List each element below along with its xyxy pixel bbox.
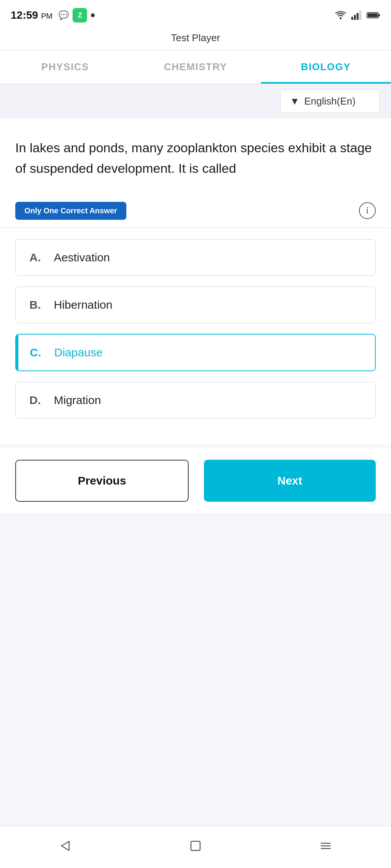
info-icon[interactable]: i xyxy=(359,202,376,219)
back-button[interactable] xyxy=(55,836,76,856)
menu-button[interactable] xyxy=(315,836,336,856)
option-c[interactable]: C. Diapause xyxy=(15,334,376,371)
svg-rect-2 xyxy=(354,15,356,20)
language-dropdown[interactable]: ▼ English(En) xyxy=(280,90,380,113)
app-title: Test Player xyxy=(171,32,220,43)
svg-rect-9 xyxy=(191,841,200,850)
home-button[interactable] xyxy=(185,836,206,856)
option-a[interactable]: A. Aestivation xyxy=(15,239,376,276)
question-area: In lakes and ponds, many zooplankton spe… xyxy=(0,118,391,190)
svg-rect-1 xyxy=(351,17,353,20)
tab-physics[interactable]: PHYSICS xyxy=(0,50,130,84)
home-square-icon xyxy=(189,839,202,853)
wifi-icon xyxy=(334,11,347,20)
option-c-label: C. xyxy=(30,346,45,359)
menu-lines-icon xyxy=(319,839,333,853)
option-d-label: D. xyxy=(29,394,45,407)
status-left: 12:59 PM 💬 Z xyxy=(11,8,95,23)
chevron-down-icon: ▼ xyxy=(290,95,300,107)
option-c-text: Diapause xyxy=(54,346,103,359)
title-bar: Test Player xyxy=(0,27,391,50)
option-a-text: Aestivation xyxy=(54,251,110,264)
whatsapp-icon: 💬 xyxy=(58,10,69,20)
svg-marker-8 xyxy=(61,841,69,850)
option-b-text: Hibernation xyxy=(54,298,112,311)
status-bar: 12:59 PM 💬 Z xyxy=(0,0,391,27)
back-triangle-icon xyxy=(58,839,72,853)
signal-icon xyxy=(351,11,362,20)
tab-biology[interactable]: BIOLOGY xyxy=(261,50,391,84)
svg-rect-7 xyxy=(368,13,378,17)
language-bar: ▼ English(En) xyxy=(0,84,391,118)
next-button[interactable]: Next xyxy=(204,460,376,502)
bottom-nav-bar xyxy=(0,826,391,868)
notification-dot xyxy=(91,13,95,17)
option-d-text: Migration xyxy=(54,394,101,407)
tab-chemistry[interactable]: CHEMISTRY xyxy=(130,50,260,84)
option-b-label: B. xyxy=(29,298,45,311)
previous-button[interactable]: Previous xyxy=(15,460,189,502)
options-container: A. Aestivation B. Hibernation C. Diapaus… xyxy=(0,228,391,444)
svg-rect-3 xyxy=(357,13,359,20)
answer-type-badge: Only One Correct Answer xyxy=(15,202,126,220)
status-icons: 💬 Z xyxy=(58,8,95,23)
option-a-label: A. xyxy=(29,251,45,264)
app-icon: Z xyxy=(73,8,87,23)
answer-type-row: Only One Correct Answer i xyxy=(0,190,391,228)
svg-rect-6 xyxy=(378,14,380,16)
svg-rect-4 xyxy=(359,11,361,20)
tab-bar: PHYSICS CHEMISTRY BIOLOGY xyxy=(0,50,391,84)
nav-buttons: Previous Next xyxy=(0,448,391,513)
status-time: 12:59 PM xyxy=(11,9,52,21)
option-b[interactable]: B. Hibernation xyxy=(15,287,376,323)
question-text: In lakes and ponds, many zooplankton spe… xyxy=(15,137,376,179)
svg-point-0 xyxy=(340,18,342,19)
language-label: English(En) xyxy=(304,95,355,107)
option-d[interactable]: D. Migration xyxy=(15,382,376,419)
battery-icon xyxy=(367,11,380,19)
status-right xyxy=(334,11,380,20)
